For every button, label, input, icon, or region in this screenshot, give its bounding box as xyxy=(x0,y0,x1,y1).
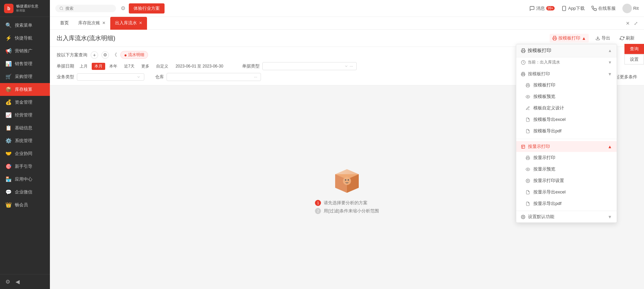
sidebar-item-system[interactable]: ⚙️ 系统管理 xyxy=(0,134,50,147)
template-excel-label: 按模板导出excel xyxy=(533,116,565,123)
empty-illustration xyxy=(328,161,365,194)
dropdown-footer[interactable]: 设置默认功能 ▼ xyxy=(516,211,617,222)
export-icon xyxy=(595,36,600,41)
active-filter-tag[interactable]: ● 流水明细 xyxy=(120,51,148,59)
date-tab-more[interactable]: 更多 xyxy=(139,63,152,70)
refresh-button[interactable]: 刷新 xyxy=(617,34,637,43)
sidebar-settings-icon[interactable]: ⚙ xyxy=(5,279,10,285)
tab-home[interactable]: 首页 xyxy=(55,17,74,30)
sidebar-item-search[interactable]: 🔍 搜索菜单 xyxy=(0,19,50,32)
sidebar-item-purchase[interactable]: 🛒 采购管理 xyxy=(0,70,50,83)
template-preview-item[interactable]: 按模板预览 xyxy=(516,91,617,102)
filter-collapse-icon[interactable]: 《 xyxy=(112,52,117,58)
date-tab-last-month[interactable]: 上月 xyxy=(77,63,90,70)
print-template-button[interactable]: 按模板打印 ▲ xyxy=(550,34,589,43)
quick-nav-icon: ⚡ xyxy=(5,35,11,41)
sidebar-item-basic[interactable]: 📋 基础信息 xyxy=(0,122,50,134)
display-preview-label: 按显示预览 xyxy=(533,166,555,172)
sidebar-item-operation[interactable]: 📈 经营管理 xyxy=(0,109,50,122)
window-close-btn[interactable]: ✕ xyxy=(625,21,631,26)
display-preview-item[interactable]: 按显示预览 xyxy=(516,163,617,175)
svg-rect-17 xyxy=(522,145,525,148)
operation-icon: 📈 xyxy=(5,112,11,118)
svg-rect-3 xyxy=(554,38,556,40)
window-maximize-btn[interactable]: ⤢ xyxy=(633,21,639,26)
query-button[interactable]: 查询 xyxy=(624,44,644,54)
template-section-arrow: ▼ xyxy=(608,72,612,77)
template-export-excel-item[interactable]: 按模板导出excel xyxy=(516,114,617,125)
display-export-excel-item[interactable]: 按显示导出excel xyxy=(516,186,617,198)
template-print-section: 按模板打印 ▼ 按模板打印 按模板预览 模板自定义设计 xyxy=(516,67,617,138)
message-button[interactable]: 消息 99+ xyxy=(529,5,555,11)
tab-batch-label: 库存批次账 xyxy=(78,20,100,26)
wechat-icon: 💬 xyxy=(5,189,11,195)
tab-batch-close[interactable]: ✕ xyxy=(102,21,106,25)
svg-rect-14 xyxy=(522,74,524,76)
online-service-button[interactable]: 在线客服 xyxy=(591,5,616,11)
sidebar-item-collab[interactable]: 🤝 企业协同 xyxy=(0,147,50,160)
display-section-arrow: ▲ xyxy=(608,144,612,149)
header-settings-icon[interactable]: ⚙ xyxy=(121,5,125,11)
sidebar-item-app-center[interactable]: 🏪 应用中心 xyxy=(0,173,50,186)
sidebar-label-quick-nav: 快捷导航 xyxy=(15,35,32,41)
display-print-item[interactable]: 按显示打印 xyxy=(516,152,617,163)
tab-flow[interactable]: 出入库流水 ✕ xyxy=(110,17,147,30)
empty-step-1: 1 请先选择要分析的方案 xyxy=(315,200,379,206)
tab-flow-close[interactable]: ✕ xyxy=(139,21,142,25)
display-print-header[interactable]: 按显示打印 ▲ xyxy=(516,141,617,152)
filter-add-button[interactable]: + xyxy=(91,51,98,59)
date-tab-last-7[interactable]: 近7天 xyxy=(121,63,137,70)
download-icon xyxy=(561,6,567,11)
svg-point-23 xyxy=(523,216,524,217)
date-tab-custom[interactable]: 自定义 xyxy=(153,63,171,70)
marketing-icon: 📢 xyxy=(5,48,11,54)
sidebar-item-finance[interactable]: 💰 资金管理 xyxy=(0,96,50,109)
print-icon xyxy=(552,36,557,41)
warehouse-select[interactable]: ··· xyxy=(167,73,261,81)
app-download-button[interactable]: App下载 xyxy=(561,5,585,11)
display-print-section: 按显示打印 ▲ 按显示打印 按显示预览 按显示打印设置 xyxy=(516,140,617,211)
sidebar-item-wechat[interactable]: 💬 企业微信 xyxy=(0,186,50,199)
display-export-pdf-item[interactable]: 按显示导出pdf xyxy=(516,198,617,209)
template-custom-item[interactable]: 模板自定义设计 xyxy=(516,102,617,114)
sidebar-item-sales[interactable]: 📊 销售管理 xyxy=(0,57,50,70)
tpl-preview-icon xyxy=(526,95,530,99)
export-button[interactable]: 导出 xyxy=(593,34,613,43)
filter-settings-button[interactable]: ⚙ xyxy=(101,51,109,59)
tab-batch-account[interactable]: 库存批次账 ✕ xyxy=(74,17,110,30)
footer-settings-icon xyxy=(521,215,525,219)
sidebar-item-inventory[interactable]: 📦 库存核算 xyxy=(0,83,50,96)
sidebar-item-guide[interactable]: 🎯 新手引导 xyxy=(0,160,50,173)
message-icon xyxy=(529,6,535,11)
template-print-header[interactable]: 按模板打印 ▼ xyxy=(516,69,617,79)
biz-type-select[interactable] xyxy=(77,73,144,81)
current-arrow: ▼ xyxy=(608,60,612,65)
sidebar-item-quick-nav[interactable]: ⚡ 快捷导航 xyxy=(0,32,50,45)
refresh-icon xyxy=(620,36,624,41)
date-tab-current-year[interactable]: 本年 xyxy=(107,63,120,70)
dropdown-title: 按模板打印 xyxy=(521,48,551,54)
display-print-settings-item[interactable]: 按显示打印设置 xyxy=(516,175,617,186)
sidebar-item-member[interactable]: 👑 畅会员 xyxy=(0,199,50,211)
search-input[interactable] xyxy=(65,6,112,11)
header-search-box[interactable] xyxy=(55,5,116,12)
setting-button[interactable]: 设置 xyxy=(624,54,644,64)
sidebar-collapse-icon[interactable]: ◀ xyxy=(16,279,20,285)
date-tab-current-month[interactable]: 本月 xyxy=(92,63,105,70)
current-icon xyxy=(521,60,526,65)
user-avatar-button[interactable]: Rit xyxy=(622,4,639,13)
dropdown-header-arrow[interactable]: ▲ xyxy=(608,48,612,53)
app-badge: 标准版 xyxy=(16,8,38,13)
type-filter-field: 单据类型 ··· xyxy=(242,62,357,70)
svg-rect-15 xyxy=(527,85,529,87)
disp-print-icon xyxy=(526,156,530,160)
svg-point-22 xyxy=(527,180,528,181)
template-export-pdf-item[interactable]: 按模板导出pdf xyxy=(516,125,617,137)
sidebar-item-marketing[interactable]: 📢 营销推广 xyxy=(0,45,50,57)
svg-rect-20 xyxy=(527,158,529,159)
type-select[interactable]: ··· xyxy=(262,62,357,70)
template-print-item[interactable]: 按模板打印 xyxy=(516,79,617,91)
industry-button[interactable]: 体验行业方案 xyxy=(129,3,165,14)
tab-home-label: 首页 xyxy=(60,20,69,26)
right-action-panel: 查询 设置 xyxy=(624,44,644,64)
